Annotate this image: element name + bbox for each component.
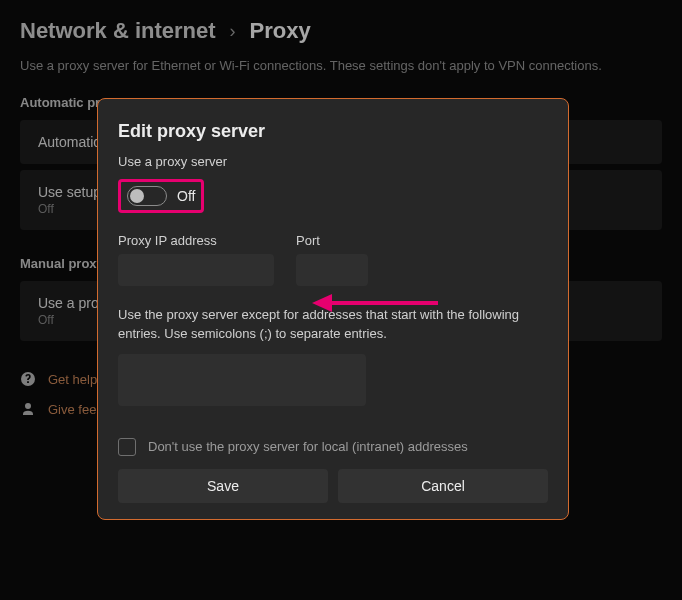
use-proxy-toggle-highlight: Off (118, 179, 204, 213)
modal-buttons: Save Cancel (118, 469, 548, 503)
ip-field-group: Proxy IP address (118, 233, 274, 286)
exceptions-input[interactable] (118, 354, 366, 406)
local-addresses-label: Don't use the proxy server for local (in… (148, 439, 468, 454)
proxy-port-input[interactable] (296, 254, 368, 286)
port-label: Port (296, 233, 368, 248)
use-proxy-toggle[interactable] (127, 186, 167, 206)
proxy-ip-input[interactable] (118, 254, 274, 286)
local-addresses-row: Don't use the proxy server for local (in… (118, 438, 548, 456)
cancel-button[interactable]: Cancel (338, 469, 548, 503)
toggle-knob-icon (130, 189, 144, 203)
toggle-state-label: Off (177, 188, 195, 204)
address-fields: Proxy IP address Port (118, 233, 548, 286)
ip-label: Proxy IP address (118, 233, 274, 248)
modal-title: Edit proxy server (118, 121, 548, 142)
save-button[interactable]: Save (118, 469, 328, 503)
local-addresses-checkbox[interactable] (118, 438, 136, 456)
svg-marker-1 (312, 294, 332, 312)
use-proxy-label: Use a proxy server (118, 154, 548, 169)
edit-proxy-modal: Edit proxy server Use a proxy server Off… (97, 98, 569, 520)
annotation-arrow-icon (312, 289, 442, 317)
port-field-group: Port (296, 233, 368, 286)
